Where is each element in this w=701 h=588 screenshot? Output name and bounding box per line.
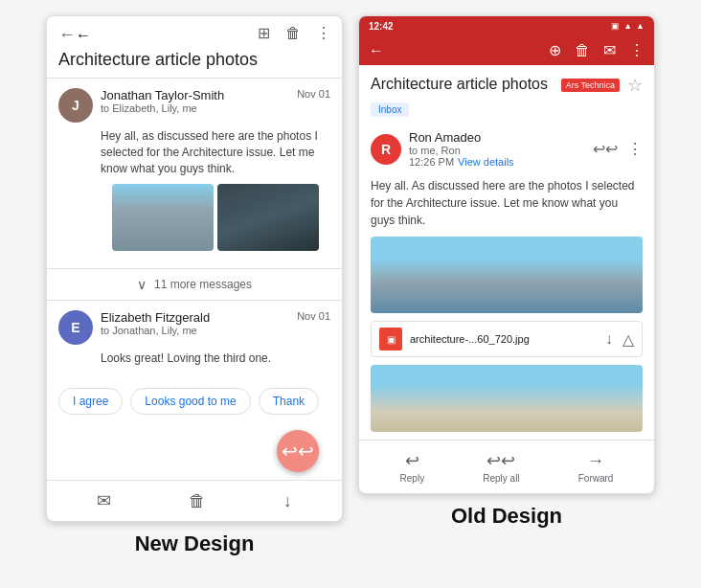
od-more-icon[interactable]: ⋮ <box>629 41 644 59</box>
od-sender-icons: ↩↩ ⋮ <box>593 140 643 158</box>
old-design-wrapper: 12:42 ▣ ▲ ▲ ← ⊕ 🗑 ✉ ⋮ <box>358 15 655 588</box>
od-sender-name: Ron Amadeo <box>409 130 585 145</box>
smart-reply-looks-good[interactable]: Looks good to me <box>130 388 250 415</box>
od-reply-icon: ↩ <box>405 450 419 471</box>
grid-icon[interactable]: ⊞ <box>258 24 270 42</box>
od-signal-icon: ▲ <box>623 21 632 31</box>
od-attach-action-icons: ↓ △ <box>605 330 634 349</box>
od-forward-icon: → <box>587 451 604 471</box>
od-ars-tag: Ars Technica <box>561 79 620 92</box>
od-toolbar-icons: ⊕ 🗑 ✉ ⋮ <box>549 41 644 59</box>
od-message-body: Hey all. As discussed here are the photo… <box>359 173 654 237</box>
double-reply-icon: ↩↩ <box>282 440 314 463</box>
od-email-title: Architecture article photos <box>371 75 554 95</box>
nd-bottom-bar: ✉ 🗑 ↓ <box>47 480 342 521</box>
nd-top-icons: ⊞ 🗑 ⋮ <box>258 24 330 42</box>
od-sender-row: R Ron Amadeo to me, Ron 12:26 PM View de… <box>359 124 654 173</box>
od-reply-all-bottom-icon: ↩↩ <box>486 450 515 471</box>
od-bottom-bar: ↩ Reply ↩↩ Reply all → Forward <box>359 440 654 493</box>
od-sender-to: to me, Ron <box>409 145 585 156</box>
od-status-bar: 12:42 ▣ ▲ ▲ <box>359 16 654 35</box>
od-title-row: Architecture article photos Ars Technica… <box>359 65 654 100</box>
nd-more-text: 11 more messages <box>154 278 252 291</box>
nd-more-messages[interactable]: ∨ 11 more messages <box>47 268 342 301</box>
nd-sender-name-1: Jonathan Taylor-Smith <box>101 88 289 102</box>
nd-trash-icon[interactable]: 🗑 <box>189 491 206 511</box>
nd-sender-to-1: to Elizabeth, Lily, me <box>101 102 289 114</box>
nd-fab-row: ↩↩ <box>47 426 342 480</box>
od-status-icons: ▣ ▲ ▲ <box>611 21 644 31</box>
od-sender-time: 12:26 PM <box>409 156 454 168</box>
od-view-details[interactable]: View details <box>458 156 514 168</box>
od-label-icon[interactable]: ⊕ <box>549 41 561 59</box>
od-status-time: 12:42 <box>369 21 394 32</box>
nd-msg2-header: E Elizabeth Fitzgerald to Jonathan, Lily… <box>58 310 330 345</box>
nd-smart-replies: I agree Looks good to me Thank <box>47 380 330 422</box>
od-download-icon[interactable]: ↓ <box>605 330 613 349</box>
od-trash-icon[interactable]: 🗑 <box>575 42 590 59</box>
od-mail-icon[interactable]: ✉ <box>603 41 616 59</box>
od-reply-label: Reply <box>400 473 425 484</box>
new-design-phone: ← ⊞ 🗑 ⋮ Architecture article photos J Jo… <box>46 15 343 522</box>
nd-avatar-2: E <box>58 310 93 345</box>
nd-sender-info-2: Elizabeth Fitzgerald to Jonathan, Lily, … <box>101 310 289 336</box>
back-icon[interactable]: ← <box>58 25 76 42</box>
nd-email-title: Architecture article photos <box>47 50 342 78</box>
new-design-label: New Design <box>135 531 255 556</box>
chevron-down-icon: ∨ <box>137 277 147 292</box>
od-photo-large <box>371 237 643 313</box>
od-image-icon: ▣ <box>387 334 396 345</box>
nd-sender-info-1: Jonathan Taylor-Smith to Elizabeth, Lily… <box>101 88 289 114</box>
od-sender-info: Ron Amadeo to me, Ron 12:26 PM View deta… <box>409 130 585 168</box>
nd-date-2: Nov 01 <box>297 310 330 322</box>
od-photo-small <box>371 365 643 432</box>
new-design-wrapper: ← ⊞ 🗑 ⋮ Architecture article photos J Jo… <box>46 15 343 588</box>
nd-date-1: Nov 01 <box>297 88 330 100</box>
od-reply-all-action[interactable]: ↩↩ Reply all <box>483 450 519 484</box>
od-more-icon-2[interactable]: ⋮ <box>627 140 643 158</box>
nd-message-2: E Elizabeth Fitzgerald to Jonathan, Lily… <box>47 301 342 376</box>
nd-photo-1 <box>112 184 214 251</box>
od-battery-icon: ▣ <box>611 21 620 31</box>
nd-sender-to-2: to Jonathan, Lily, me <box>101 325 289 336</box>
nd-smart-reply-row: I agree Looks good to me Thank <box>47 376 342 426</box>
old-design-phone: 12:42 ▣ ▲ ▲ ← ⊕ 🗑 ✉ ⋮ <box>358 15 655 494</box>
od-attach-name: architecture-...60_720.jpg <box>410 333 598 345</box>
nd-photo-2 <box>217 184 319 251</box>
od-back-icon[interactable]: ← <box>369 42 384 59</box>
nd-avatar-1: J <box>58 88 93 123</box>
od-wifi-icon: ▲ <box>636 21 644 31</box>
od-content: Architecture article photos Ars Technica… <box>359 65 654 432</box>
od-inbox-label: Inbox <box>371 102 409 117</box>
od-reply-all-icon[interactable]: ↩↩ <box>593 140 618 158</box>
nd-archive-icon[interactable]: ↓ <box>283 491 292 511</box>
smart-reply-thank[interactable]: Thank <box>259 388 319 415</box>
od-toolbar: ← ⊕ 🗑 ✉ ⋮ <box>359 35 654 65</box>
od-forward-label: Forward <box>578 473 614 484</box>
od-reply-action[interactable]: ↩ Reply <box>400 450 425 484</box>
nd-msg2-body: Looks great! Loving the third one. <box>58 351 330 367</box>
trash-icon[interactable]: 🗑 <box>285 25 301 42</box>
smart-reply-agree[interactable]: I agree <box>58 388 123 415</box>
nd-reply-fab[interactable]: ↩↩ <box>277 430 319 472</box>
old-design-label: Old Design <box>451 504 562 529</box>
nd-sender-name-2: Elizabeth Fitzgerald <box>101 310 289 325</box>
nd-top-bar: ← ⊞ 🗑 ⋮ <box>47 16 342 50</box>
nd-photos-grid <box>58 176 330 259</box>
more-icon[interactable]: ⋮ <box>316 24 330 42</box>
nd-mail-icon[interactable]: ✉ <box>97 490 111 511</box>
od-attach-icon: ▣ <box>379 328 402 351</box>
od-star-icon[interactable]: ☆ <box>627 75 643 96</box>
nd-msg1-header: J Jonathan Taylor-Smith to Elizabeth, Li… <box>58 88 330 123</box>
nd-msg1-body: Hey all, as discussed here are the photo… <box>58 128 330 176</box>
od-attachment-row: ▣ architecture-...60_720.jpg ↓ △ <box>371 321 643 357</box>
od-forward-action[interactable]: → Forward <box>578 451 614 484</box>
od-drive-icon[interactable]: △ <box>622 330 634 349</box>
od-avatar: R <box>371 134 401 165</box>
nd-message-1: J Jonathan Taylor-Smith to Elizabeth, Li… <box>47 78 342 268</box>
od-reply-all-label: Reply all <box>483 473 519 484</box>
